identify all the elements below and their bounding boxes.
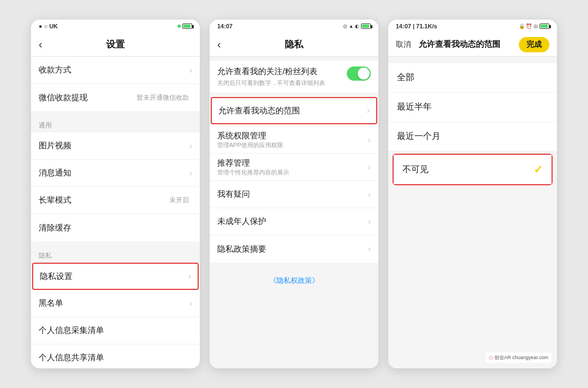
checkmark-icon: ✓	[534, 163, 543, 176]
status-bar-1: ● ○ UK	[31, 20, 200, 33]
item-label: 隐私设置	[40, 271, 188, 282]
status-icons-3: 🔒 ⏰ ◎	[519, 23, 549, 29]
nav-title-2: 隐私	[285, 38, 303, 51]
list-item-wechat[interactable]: 微信收款提现 暂未开通微信收款	[31, 84, 200, 111]
chevron-icon: ›	[368, 244, 371, 254]
list-item-range[interactable]: 允许查看我动态的范围 ›	[211, 97, 377, 124]
chevron-icon: ›	[368, 135, 371, 145]
done-button[interactable]: 完成	[519, 37, 549, 52]
list-item-notify[interactable]: 消息通知 ›	[31, 160, 200, 187]
list-item-photo[interactable]: 图片视频 ›	[31, 132, 200, 160]
chevron-icon: ›	[367, 106, 370, 116]
cancel-button[interactable]: 取消	[396, 40, 411, 50]
signal-dot	[177, 25, 181, 28]
toggle-knob	[358, 68, 370, 80]
toggle-label-group: 允许查看我的关注/粉丝列表 关闭后只可看到数字，不可查看详细列表	[217, 66, 347, 87]
chevron-icon: ›	[189, 141, 192, 151]
group-payment: 收款方式 › 微信收款提现 暂未开通微信收款	[31, 57, 200, 111]
item-label: 个人信息共享清单	[39, 353, 192, 363]
range-item-half-year[interactable]: 最近半年	[388, 93, 557, 122]
back-button-2[interactable]: ‹	[217, 38, 221, 51]
watermark-text: 创业AR chuangyear.com	[494, 354, 548, 361]
group-privacy: 隐私设置 › 黑名单 › 个人信息采集清单 个人信息共享清单 直播间出镜人员报备	[31, 263, 200, 368]
status-icons-1	[177, 23, 192, 29]
list-item-question[interactable]: 我有疑问 ›	[210, 181, 378, 208]
privacy-content: 允许查看我的关注/粉丝列表 关闭后只可看到数字，不可查看详细列表 允许查看我动态…	[210, 57, 378, 368]
chevron-icon: ›	[189, 168, 192, 178]
range-item-all[interactable]: 全部	[388, 63, 557, 93]
group-general: 图片视频 › 消息通知 › 长辈模式 未开启 清除缓存	[31, 132, 200, 241]
range-item-invisible-wrapper: 不可见 ✓	[393, 154, 553, 185]
item-sub: 管理个性化推荐内容的展示	[217, 168, 368, 177]
item-label: 长辈模式	[39, 195, 169, 205]
item-label: 图片视频	[39, 141, 189, 151]
item-label: 未成年人保护	[217, 216, 368, 227]
toggle-note: 关闭后只可看到数字，不可查看详细列表	[217, 77, 347, 87]
privacy-policy-link[interactable]: 《隐私权政策》	[210, 267, 378, 294]
item-label: 收款方式	[39, 65, 189, 75]
toggle-switch[interactable]	[347, 66, 371, 81]
group-privacy-items: 允许查看我动态的范围 › 系统权限管理 管理APP使用的应用权限 › 推荐管理 …	[210, 97, 378, 263]
watermark: ⬡ 创业AR chuangyear.com	[486, 353, 552, 363]
list-item-elder[interactable]: 长辈模式 未开启	[31, 187, 200, 214]
item-label: 全部	[397, 72, 548, 83]
item-label: 消息通知	[39, 168, 189, 178]
toggle-row[interactable]: 允许查看我的关注/粉丝列表 关闭后只可看到数字，不可查看详细列表	[210, 61, 378, 93]
chevron-icon: ›	[368, 162, 371, 172]
item-sub: 管理APP使用的应用权限	[217, 141, 368, 149]
section-privacy: 隐私	[31, 246, 200, 263]
panel-settings: ● ○ UK ‹ 设置 收款方式 › 微信收款提现 暂未开通微信收款	[31, 20, 200, 368]
range-content: 全部 最近半年 最近一个月 不可见 ✓	[388, 57, 557, 368]
list-item-cache[interactable]: 清除缓存	[31, 214, 200, 241]
settings-content: 收款方式 › 微信收款提现 暂未开通微信收款 通用 图片视频 › 消息通知 ›	[31, 57, 200, 368]
status-time-2: 14:07	[217, 23, 232, 29]
item-label: 隐私政策摘要	[217, 244, 368, 254]
list-item-share[interactable]: 个人信息共享清单	[31, 344, 200, 368]
item-label: 清除缓存	[39, 223, 192, 233]
nav-bar-3: 取消 允许查看我动态的范围 完成	[388, 33, 557, 57]
item-label: 允许查看我动态的范围	[218, 106, 367, 116]
list-item-payment[interactable]: 收款方式 ›	[31, 57, 200, 84]
nav-bar-1: ‹ 设置	[31, 33, 200, 57]
battery-icon	[182, 23, 192, 29]
chevron-icon: ›	[188, 271, 191, 281]
list-item-blacklist[interactable]: 黑名单 ›	[31, 290, 200, 317]
back-button-1[interactable]: ‹	[39, 38, 42, 51]
chevron-icon: ›	[189, 65, 192, 75]
battery-icon-2	[361, 23, 371, 29]
item-sub: 未开启	[169, 196, 189, 205]
panel-privacy: 14:07 ◎ ▲ ◐ ‹ 隐私 允许查看我的关注/粉丝列表 关闭后只可看到数字…	[210, 20, 378, 368]
list-item-collect[interactable]: 个人信息采集清单	[31, 317, 200, 344]
nav-range-wrapper: 取消 允许查看我动态的范围 完成	[396, 37, 549, 52]
item-label: 个人信息采集清单	[39, 325, 192, 336]
range-item-invisible[interactable]: 不可见 ✓	[394, 155, 552, 184]
item-label: 系统权限管理	[217, 131, 368, 141]
list-item-policy-summary[interactable]: 隐私政策摘要 ›	[210, 235, 378, 263]
status-time-3: 14:07 | 71.1K/s	[396, 23, 437, 29]
nav-title-3: 允许查看我动态的范围	[419, 39, 500, 50]
item-text-group: 系统权限管理 管理APP使用的应用权限	[217, 131, 368, 149]
status-icons-2: ◎ ▲ ◐	[343, 23, 371, 29]
range-list: 全部 最近半年 最近一个月 不可见 ✓	[388, 63, 557, 185]
range-item-one-month[interactable]: 最近一个月	[388, 122, 557, 151]
list-item-minor[interactable]: 未成年人保护 ›	[210, 208, 378, 235]
nav-title-1: 设置	[106, 38, 125, 51]
chevron-icon: ›	[189, 299, 192, 308]
chevron-icon: ›	[368, 217, 371, 227]
list-item-privacy-settings[interactable]: 隐私设置 ›	[32, 263, 199, 290]
item-label: 推荐管理	[217, 158, 368, 168]
section-general: 通用	[31, 116, 200, 132]
status-bar-2: 14:07 ◎ ▲ ◐	[210, 20, 378, 33]
list-item-recommend[interactable]: 推荐管理 管理个性化推荐内容的展示 ›	[210, 154, 378, 181]
status-time-1: ● ○ UK	[39, 23, 58, 29]
item-label: 我有疑问	[217, 189, 368, 199]
group-toggle: 允许查看我的关注/粉丝列表 关闭后只可看到数字，不可查看详细列表	[210, 61, 378, 93]
list-item-permissions[interactable]: 系统权限管理 管理APP使用的应用权限 ›	[210, 126, 378, 154]
toggle-label: 允许查看我的关注/粉丝列表	[217, 66, 347, 77]
nav-bar-2: ‹ 隐私	[210, 33, 378, 57]
item-label: 最近一个月	[397, 131, 548, 142]
status-bar-3: 14:07 | 71.1K/s 🔒 ⏰ ◎	[388, 20, 557, 33]
chevron-icon: ›	[368, 190, 371, 199]
battery-icon-3	[540, 23, 549, 29]
watermark-logo: ⬡	[489, 355, 493, 360]
